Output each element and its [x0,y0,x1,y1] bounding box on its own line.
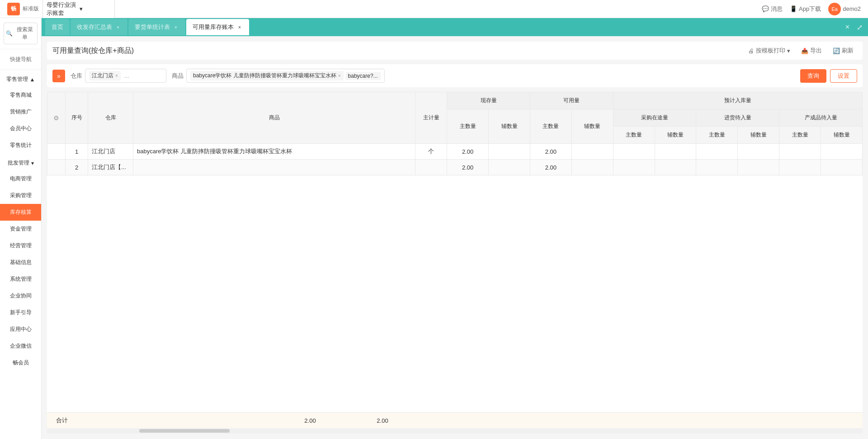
sidebar-item-enterprise[interactable]: 企业协同 [0,288,41,304]
cell-incoming-sub-2 [738,160,779,175]
sidebar-item-retail-stats[interactable]: 零售统计 [0,137,41,154]
sidebar-section-header-wholesale[interactable]: 批发管理 ▾ [0,156,41,170]
horizontal-scrollbar[interactable] [47,428,863,434]
content-area: 首页 收发存汇总表 × 要货单统计表 × 可用量库存账本 × × ⤢ [42,18,868,439]
th-purchase-group: 采购在途量 [613,109,696,127]
scroll-thumb[interactable] [139,429,230,433]
th-warehouse: 仓库 [88,92,133,144]
query-button[interactable]: 查询 [800,69,826,83]
cell-incoming-main-1 [696,144,738,160]
cell-row-num-1: 1 [66,144,88,160]
retail-arrow-icon: ▲ [30,76,35,83]
table-row: 2 江北门店【... 2.00 2.00 [47,160,863,175]
sidebar-item-enterprise-wechat[interactable]: 企业微信 [0,338,41,354]
warehouse-filter-group: 仓库 江北门店 × ... [71,69,166,83]
cell-purchase-main-2 [613,160,655,175]
cell-purchase-sub-1 [655,144,696,160]
sidebar-item-operations[interactable]: 经营管理 [0,237,41,254]
sidebar-item-retail-mall[interactable]: 零售商城 [0,87,41,104]
warehouse-filter-label: 仓库 [71,72,82,80]
th-available-main: 主数量 [530,109,571,144]
operations-label: 经营管理 [10,242,32,250]
sidebar-item-system[interactable]: 系统管理 [0,271,41,288]
product-filter-input[interactable]: babycare学饮杯 儿童防摔防撞吸管杯重力球吸嘴杯宝宝水杯 × babyca… [186,69,385,83]
tab-receipt-summary-close[interactable]: × [115,24,121,30]
sidebar-item-purchase[interactable]: 采购管理 [0,187,41,204]
sidebar-section-retail: 零售管理 ▲ 零售商城 营销推广 会员中心 零售统计 [0,70,41,156]
retail-label: 零售管理 [6,76,28,83]
tab-order-stats-close[interactable]: × [173,24,179,30]
print-label: 按模板打印 [756,47,785,55]
settings-button[interactable]: 设置 [830,69,857,83]
cell-product-sub-2 [821,160,863,175]
retail-mall-label: 零售商城 [10,91,32,99]
th-settings[interactable]: ⚙ [47,92,66,144]
warehouse-tag-close[interactable]: × [115,73,118,78]
product-tag-close-1[interactable]: × [338,73,341,78]
download-icon: 📱 [790,5,797,12]
user-profile[interactable]: Ea demo2 [828,3,861,15]
refresh-label: 刷新 [842,47,854,55]
wholesale-arrow-icon: ▾ [31,160,34,166]
sidebar-item-app-center[interactable]: 应用中心 [0,321,41,338]
export-label: 导出 [810,47,822,55]
table-footer: 合计 2.00 2.00 [47,412,863,428]
warehouse-filter-ellipsis[interactable]: ... [123,72,131,79]
message-button[interactable]: 💬 消息 [762,5,783,13]
sidebar-item-basic-info[interactable]: 基础信息 [0,254,41,271]
top-bar: 畅 标准版 母婴行业演示账套 ▾ 💬 消息 📱 App下载 Ea demo2 [0,0,868,18]
brand-logo: 畅 标准版 [7,3,39,15]
enterprise-label: 企业协同 [10,292,32,300]
sidebar-item-vip-member[interactable]: 畅会员 [0,354,41,371]
sidebar-item-ecommerce[interactable]: 电商管理 [0,170,41,187]
sidebar-item-quick-nav[interactable]: 快捷导航 [0,52,41,67]
cell-stock-main-1: 2.00 [447,144,489,160]
th-incoming-main: 主数量 [696,127,738,144]
expand-button[interactable]: ⤢ [855,21,864,33]
th-available-group: 可用量 [530,92,613,109]
search-menu-button[interactable]: 🔍 搜索菜单 [4,23,38,44]
tab-home-label: 首页 [52,23,63,31]
filter-actions: 查询 设置 [800,69,857,83]
tab-receipt-summary[interactable]: 收发存汇总表 × [71,19,127,35]
sidebar-item-new-guide[interactable]: 新手引导 [0,304,41,321]
user-name: demo2 [843,5,861,12]
product-tag-label-2: babycare?... [348,73,378,79]
cell-incoming-sub-1 [738,144,779,160]
refresh-button[interactable]: 🔄 刷新 [829,45,857,57]
sidebar-search-area: 🔍 搜索菜单 [0,18,41,49]
th-product-sub: 辅数量 [821,127,863,144]
sidebar-section-header-retail[interactable]: 零售管理 ▲ [0,72,41,87]
export-button[interactable]: 📤 导出 [797,45,826,57]
sidebar-item-marketing[interactable]: 营销推广 [0,104,41,120]
main-layout: 🔍 搜索菜单 快捷导航 零售管理 ▲ 零售商城 营销推广 会员中心 [0,18,868,439]
cell-row-num-2: 2 [66,160,88,175]
sidebar-item-finance[interactable]: 资金管理 [0,221,41,237]
tab-available-inventory-close[interactable]: × [236,24,243,30]
close-all-tabs-button[interactable]: × [844,21,851,33]
cell-purchase-main-1 [613,144,655,160]
sidebar-item-inventory[interactable]: 库存核算 [0,204,41,221]
message-label: 消息 [771,5,783,13]
print-arrow-icon: ▾ [787,47,790,54]
top-bar-left: 畅 标准版 母婴行业演示账套 ▾ [7,0,115,19]
tab-order-stats-label: 要货单统计表 [135,23,170,31]
table-row: 1 江北门店 babycare学饮杯 儿童防摔防撞吸管杯重力球吸嘴杯宝宝水杯 个… [47,144,863,160]
th-product: 商品 [133,92,415,144]
retail-stats-label: 零售统计 [10,142,32,149]
th-stock-main: 主数量 [447,109,489,144]
print-button[interactable]: 🖨 按模板打印 ▾ [745,45,794,57]
warehouse-filter-input[interactable]: 江北门店 × ... [85,69,166,83]
tab-available-inventory[interactable]: 可用量库存账本 × [186,19,249,35]
cell-purchase-sub-2 [655,160,696,175]
app-download-button[interactable]: 📱 App下载 [790,5,821,13]
sidebar-item-member-center[interactable]: 会员中心 [0,120,41,137]
tab-order-stats[interactable]: 要货单统计表 × [128,19,185,35]
th-purchase-sub: 辅数量 [655,127,696,144]
filter-toggle-button[interactable]: » [52,70,65,82]
store-selector[interactable]: 母婴行业演示账套 ▾ [42,0,115,19]
table-container[interactable]: ⚙ 序号 仓库 商品 主计量 现存量 可用量 预计入库量 [47,92,863,412]
inventory-table: ⚙ 序号 仓库 商品 主计量 现存量 可用量 预计入库量 [47,92,863,175]
tab-home[interactable]: 首页 [45,19,70,35]
column-settings-icon[interactable]: ⚙ [53,114,59,122]
